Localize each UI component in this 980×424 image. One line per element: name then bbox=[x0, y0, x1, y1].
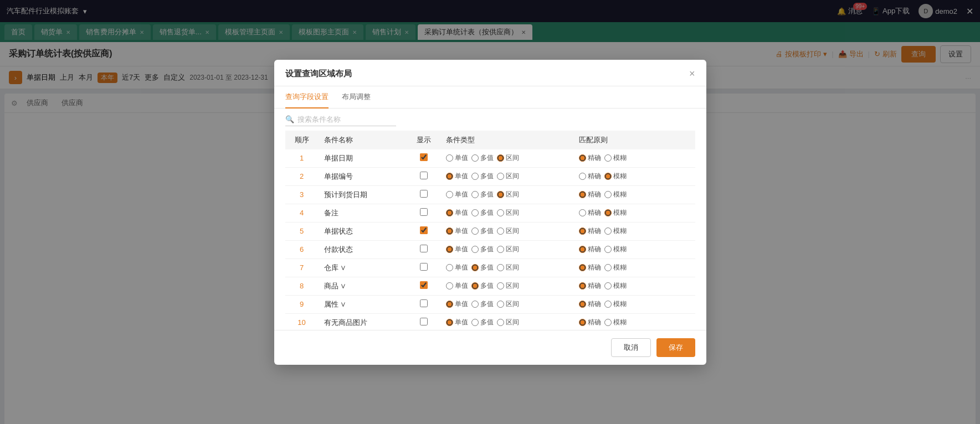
type-radio-单值-9[interactable]: 单值 bbox=[446, 318, 468, 327]
table-row: 10有无商品图片单值多值区间精确模糊 bbox=[285, 313, 695, 330]
display-checkbox-1[interactable] bbox=[420, 172, 428, 179]
type-radio-单值-1[interactable]: 单值 bbox=[446, 172, 468, 181]
type-radio-多值-2[interactable]: 多值 bbox=[471, 190, 494, 199]
modal-header: 设置查询区域布局 × bbox=[274, 60, 706, 86]
row-display-7[interactable] bbox=[407, 277, 440, 295]
match-radio-模糊-3[interactable]: 模糊 bbox=[604, 208, 627, 218]
type-radio-区间-5[interactable]: 区间 bbox=[497, 245, 519, 254]
table-row: 2单据编号单值多值区间精确模糊 bbox=[285, 167, 695, 185]
row-order-1: 2 bbox=[285, 167, 319, 185]
row-type-1: 单值多值区间 bbox=[440, 167, 573, 185]
type-radio-区间-4[interactable]: 区间 bbox=[497, 226, 519, 236]
row-match-4: 精确模糊 bbox=[573, 222, 695, 240]
type-radio-单值-6[interactable]: 单值 bbox=[446, 263, 468, 272]
type-radio-区间-6[interactable]: 区间 bbox=[497, 263, 519, 272]
display-checkbox-2[interactable] bbox=[420, 190, 428, 198]
display-checkbox-6[interactable] bbox=[420, 263, 428, 271]
display-checkbox-7[interactable] bbox=[420, 281, 428, 289]
type-radio-单值-4[interactable]: 单值 bbox=[446, 226, 468, 236]
row-display-4[interactable] bbox=[407, 222, 440, 240]
row-type-4: 单值多值区间 bbox=[440, 222, 573, 240]
row-display-2[interactable] bbox=[407, 185, 440, 204]
type-radio-区间-9[interactable]: 区间 bbox=[497, 318, 519, 327]
display-checkbox-5[interactable] bbox=[420, 245, 428, 252]
row-display-9[interactable] bbox=[407, 313, 440, 330]
row-order-8: 9 bbox=[285, 295, 319, 313]
match-radio-模糊-5[interactable]: 模糊 bbox=[604, 245, 627, 254]
modal-close-button[interactable]: × bbox=[689, 69, 695, 79]
row-match-5: 精确模糊 bbox=[573, 240, 695, 258]
type-radio-多值-8[interactable]: 多值 bbox=[471, 299, 494, 309]
match-radio-模糊-8[interactable]: 模糊 bbox=[604, 299, 627, 309]
row-name-4: 单据状态 bbox=[319, 222, 407, 240]
display-checkbox-9[interactable] bbox=[420, 318, 428, 325]
type-radio-单值-3[interactable]: 单值 bbox=[446, 208, 468, 218]
row-order-6: 7 bbox=[285, 258, 319, 277]
match-radio-精确-6[interactable]: 精确 bbox=[579, 263, 601, 272]
type-radio-多值-6[interactable]: 多值 bbox=[471, 263, 494, 272]
type-radio-单值-5[interactable]: 单值 bbox=[446, 245, 468, 254]
match-radio-模糊-1[interactable]: 模糊 bbox=[604, 172, 627, 181]
type-radio-多值-3[interactable]: 多值 bbox=[471, 208, 494, 218]
match-radio-精确-0[interactable]: 精确 bbox=[579, 153, 601, 163]
match-radio-精确-8[interactable]: 精确 bbox=[579, 299, 601, 309]
match-radio-精确-5[interactable]: 精确 bbox=[579, 245, 601, 254]
match-radio-模糊-9[interactable]: 模糊 bbox=[604, 318, 627, 327]
type-radio-多值-7[interactable]: 多值 bbox=[471, 281, 494, 291]
row-display-5[interactable] bbox=[407, 240, 440, 258]
match-radio-模糊-4[interactable]: 模糊 bbox=[604, 226, 627, 236]
type-radio-区间-2[interactable]: 区间 bbox=[497, 190, 519, 199]
row-name-7: 商品 ∨ bbox=[319, 277, 407, 295]
match-radio-精确-4[interactable]: 精确 bbox=[579, 226, 601, 236]
conditions-table: 顺序 条件名称 显示 条件类型 匹配原则 1单据日期单值多值区间精确模糊2单据编… bbox=[285, 131, 695, 330]
search-icon: 🔍 bbox=[285, 115, 294, 123]
type-radio-区间-3[interactable]: 区间 bbox=[497, 208, 519, 218]
table-row: 3预计到货日期单值多值区间精确模糊 bbox=[285, 185, 695, 204]
type-radio-多值-5[interactable]: 多值 bbox=[471, 245, 494, 254]
display-checkbox-8[interactable] bbox=[420, 299, 428, 307]
match-radio-模糊-2[interactable]: 模糊 bbox=[604, 190, 627, 199]
save-button[interactable]: 保存 bbox=[656, 338, 695, 357]
display-checkbox-4[interactable] bbox=[420, 226, 428, 234]
type-radio-单值-2[interactable]: 单值 bbox=[446, 190, 468, 199]
tab-layout-adjust[interactable]: 布局调整 bbox=[342, 86, 371, 108]
row-display-3[interactable] bbox=[407, 204, 440, 222]
match-radio-模糊-6[interactable]: 模糊 bbox=[604, 263, 627, 272]
row-display-1[interactable] bbox=[407, 167, 440, 185]
type-radio-多值-9[interactable]: 多值 bbox=[471, 318, 494, 327]
type-radio-单值-8[interactable]: 单值 bbox=[446, 299, 468, 309]
match-radio-精确-2[interactable]: 精确 bbox=[579, 190, 601, 199]
match-radio-精确-9[interactable]: 精确 bbox=[579, 318, 601, 327]
row-type-6: 单值多值区间 bbox=[440, 258, 573, 277]
tab-query-fields[interactable]: 查询字段设置 bbox=[285, 86, 329, 108]
modal-footer: 取消 保存 bbox=[274, 330, 706, 365]
row-match-8: 精确模糊 bbox=[573, 295, 695, 313]
type-radio-单值-0[interactable]: 单值 bbox=[446, 153, 468, 163]
type-radio-区间-0[interactable]: 区间 bbox=[497, 153, 519, 163]
row-display-8[interactable] bbox=[407, 295, 440, 313]
type-radio-区间-1[interactable]: 区间 bbox=[497, 172, 519, 181]
type-radio-单值-7[interactable]: 单值 bbox=[446, 281, 468, 291]
row-match-9: 精确模糊 bbox=[573, 313, 695, 330]
table-row: 4备注单值多值区间精确模糊 bbox=[285, 204, 695, 222]
row-display-0[interactable] bbox=[407, 149, 440, 168]
display-checkbox-0[interactable] bbox=[420, 153, 428, 161]
modal-title: 设置查询区域布局 bbox=[285, 69, 352, 79]
match-radio-精确-7[interactable]: 精确 bbox=[579, 281, 601, 291]
row-display-6[interactable] bbox=[407, 258, 440, 277]
th-name: 条件名称 bbox=[319, 131, 407, 149]
match-radio-模糊-7[interactable]: 模糊 bbox=[604, 281, 627, 291]
row-type-2: 单值多值区间 bbox=[440, 185, 573, 204]
type-radio-多值-4[interactable]: 多值 bbox=[471, 226, 494, 236]
match-radio-精确-1[interactable]: 精确 bbox=[579, 172, 601, 181]
type-radio-区间-8[interactable]: 区间 bbox=[497, 299, 519, 309]
row-name-1: 单据编号 bbox=[319, 167, 407, 185]
display-checkbox-3[interactable] bbox=[420, 208, 428, 216]
search-input[interactable] bbox=[297, 115, 396, 123]
type-radio-多值-0[interactable]: 多值 bbox=[471, 153, 494, 163]
match-radio-模糊-0[interactable]: 模糊 bbox=[604, 153, 627, 163]
type-radio-多值-1[interactable]: 多值 bbox=[471, 172, 494, 181]
match-radio-精确-3[interactable]: 精确 bbox=[579, 208, 601, 218]
type-radio-区间-7[interactable]: 区间 bbox=[497, 281, 519, 291]
cancel-button[interactable]: 取消 bbox=[611, 338, 651, 357]
